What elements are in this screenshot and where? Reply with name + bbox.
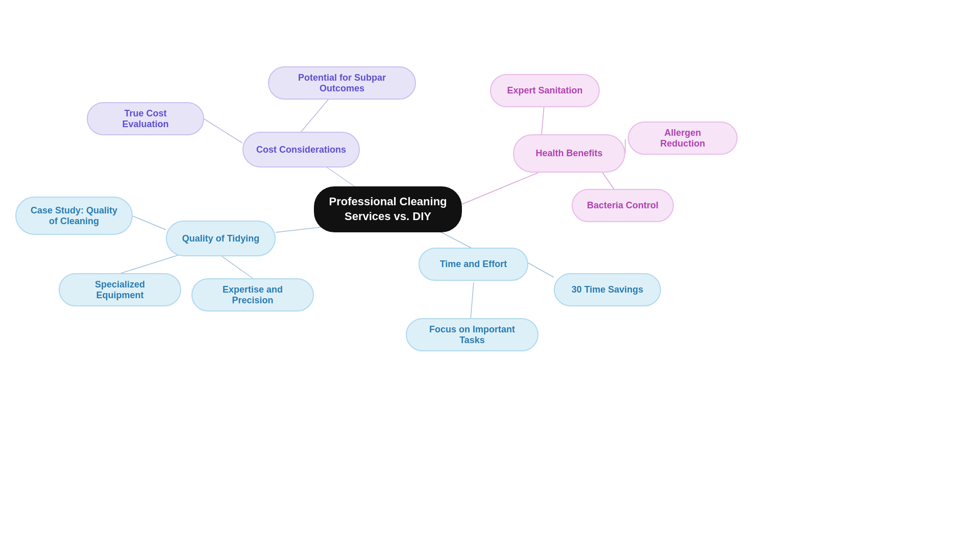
center-node[interactable]: Professional Cleaning Services vs. DIY xyxy=(314,186,462,232)
svg-line-13 xyxy=(471,282,474,319)
time-savings-node[interactable]: 30 Time Savings xyxy=(554,273,661,306)
true-cost-node[interactable]: True Cost Evaluation xyxy=(87,102,204,135)
potential-subpar-node[interactable]: Potential for Subpar Outcomes xyxy=(268,66,416,100)
svg-line-2 xyxy=(204,119,242,143)
allergen-reduction-node[interactable]: Allergen Reduction xyxy=(628,122,738,155)
expertise-precision-node[interactable]: Expertise and Precision xyxy=(191,278,314,311)
health-benefits-node[interactable]: Health Benefits xyxy=(513,134,625,173)
case-study-node[interactable]: Case Study: Quality of Cleaning xyxy=(15,197,133,235)
bacteria-control-node[interactable]: Bacteria Control xyxy=(572,189,674,222)
specialized-equipment-node[interactable]: Specialized Equipment xyxy=(59,273,181,306)
focus-tasks-node[interactable]: Focus on Important Tasks xyxy=(406,318,538,351)
svg-line-12 xyxy=(528,263,554,277)
cost-considerations-node[interactable]: Cost Considerations xyxy=(242,132,360,167)
quality-tidying-node[interactable]: Quality of Tidying xyxy=(166,221,276,256)
time-effort-node[interactable]: Time and Effort xyxy=(419,248,528,281)
expert-sanitation-node[interactable]: Expert Sanitation xyxy=(490,74,600,107)
svg-line-10 xyxy=(220,255,253,278)
svg-line-11 xyxy=(436,230,474,249)
svg-line-8 xyxy=(133,216,166,230)
